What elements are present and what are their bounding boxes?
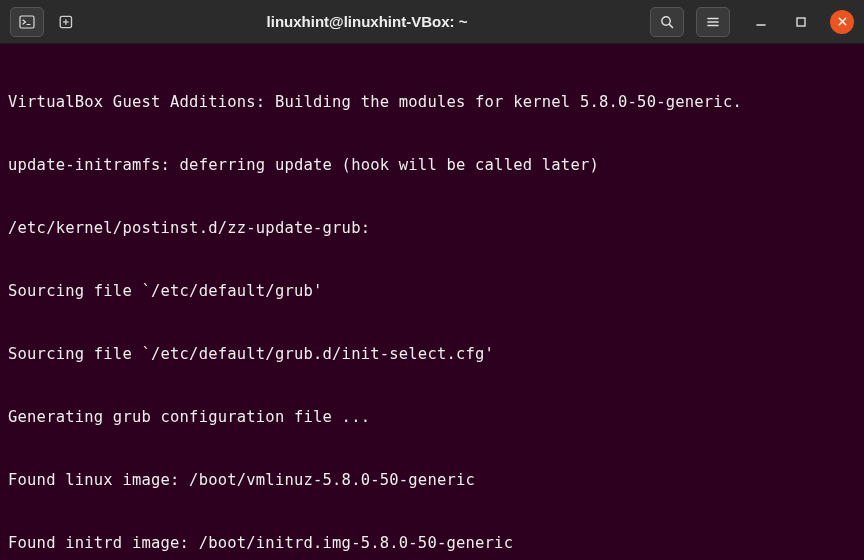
- terminal-output[interactable]: VirtualBox Guest Additions: Building the…: [0, 44, 864, 560]
- hamburger-icon: [705, 14, 721, 30]
- minimize-icon: [755, 16, 767, 28]
- output-line: /etc/kernel/postinst.d/zz-update-grub:: [8, 218, 856, 239]
- search-icon: [659, 14, 675, 30]
- output-line: update-initramfs: deferring update (hook…: [8, 155, 856, 176]
- search-button[interactable]: [650, 7, 684, 37]
- output-line: VirtualBox Guest Additions: Building the…: [8, 92, 856, 113]
- svg-line-6: [669, 24, 672, 27]
- output-line: Generating grub configuration file ...: [8, 407, 856, 428]
- minimize-button[interactable]: [750, 11, 772, 33]
- titlebar: linuxhint@linuxhint-VBox: ~: [0, 0, 864, 44]
- output-line: Found linux image: /boot/vmlinuz-5.8.0-5…: [8, 470, 856, 491]
- maximize-icon: [795, 16, 807, 28]
- svg-rect-11: [797, 18, 805, 26]
- titlebar-left: [10, 7, 84, 37]
- output-line: Found initrd image: /boot/initrd.img-5.8…: [8, 533, 856, 554]
- terminal-icon: [19, 14, 35, 30]
- close-button[interactable]: [830, 10, 854, 34]
- new-terminal-button[interactable]: [10, 7, 44, 37]
- new-tab-button[interactable]: [50, 7, 84, 37]
- menu-button[interactable]: [696, 7, 730, 37]
- window-controls: [750, 10, 854, 34]
- output-line: Sourcing file `/etc/default/grub.d/init-…: [8, 344, 856, 365]
- window-title: linuxhint@linuxhint-VBox: ~: [84, 13, 650, 30]
- output-line: Sourcing file `/etc/default/grub': [8, 281, 856, 302]
- close-icon: [837, 16, 848, 27]
- titlebar-right: [650, 7, 854, 37]
- plus-icon: [58, 13, 76, 31]
- maximize-button[interactable]: [790, 11, 812, 33]
- svg-rect-0: [20, 16, 34, 28]
